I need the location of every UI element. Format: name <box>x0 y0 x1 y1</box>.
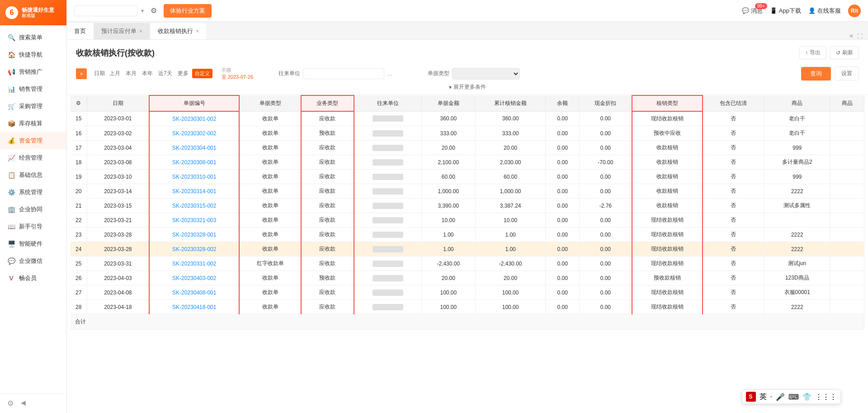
app-download-btn[interactable]: 📱 App下载 <box>770 7 801 15</box>
ime-icon-3[interactable]: 🎤 <box>776 393 785 401</box>
voucher-type-select[interactable] <box>452 68 520 80</box>
sidebar-item-sales[interactable]: 📊 销售管理 <box>0 81 66 98</box>
voucher-link[interactable]: SK-20230403-002 <box>172 275 216 281</box>
this-year-btn[interactable]: 本年 <box>140 69 155 78</box>
query-btn[interactable]: 查询 <box>801 67 831 81</box>
sidebar-item-search[interactable]: 🔍 搜索菜单 <box>0 29 66 46</box>
ime-icon-5[interactable]: 👕 <box>802 393 811 401</box>
search-input[interactable] <box>74 5 137 16</box>
table-cell[interactable]: SK-20230331-002 <box>149 256 239 271</box>
sidebar: 6 畅捷通好生意 标准版 🔍 搜索菜单 🏠 快捷导航 📢 营销推广 📊 销售管理… <box>0 0 67 413</box>
export-btn[interactable]: ↑ 导出 <box>799 46 826 59</box>
ime-icon-1[interactable]: 英 <box>760 392 767 402</box>
table-cell[interactable]: SK-20230403-002 <box>149 271 239 285</box>
user-avatar[interactable]: Rit <box>848 5 861 17</box>
filter-date: 日期 上月 本月 本年 近7天 更多 自定义 <box>94 69 212 78</box>
close-window-icon[interactable]: ✕ <box>849 33 854 39</box>
sidebar-item-member[interactable]: V 畅会员 <box>0 270 66 287</box>
this-month-btn[interactable]: 本月 <box>124 69 138 78</box>
table-cell: ████████ <box>354 141 421 155</box>
table-cell[interactable]: SK-20230304-001 <box>149 141 239 155</box>
tab-collection[interactable]: 收款核销执行 × <box>151 23 206 39</box>
sidebar-item-basics[interactable]: 📋 基础信息 <box>0 166 66 184</box>
col-settings-icon[interactable]: ⚙ <box>76 100 81 106</box>
collapse-icon[interactable]: ◀ <box>21 399 26 408</box>
table-cell: 15 <box>71 111 87 126</box>
table-cell: 2222 <box>764 242 830 256</box>
table-cell: 2023-03-10 <box>87 170 149 184</box>
col-cumulative: 累计核销金额 <box>476 95 546 111</box>
prev-month-btn[interactable]: 上月 <box>108 69 122 78</box>
table-cell[interactable]: SK-20230314-001 <box>149 184 239 199</box>
voucher-link[interactable]: SK-20230328-002 <box>172 246 216 252</box>
ime-icon-6[interactable]: ⋮⋮⋮ <box>815 393 837 401</box>
sidebar-item-ops[interactable]: 📈 经营管理 <box>0 149 66 166</box>
industry-btn[interactable]: 体验行业方案 <box>164 4 212 18</box>
table-cell: 应收款 <box>301 111 354 126</box>
expand-conditions-btn[interactable]: ▾ 展开更多条件 <box>449 83 486 91</box>
voucher-link[interactable]: SK-20230331-002 <box>172 261 216 267</box>
voucher-link[interactable]: SK-20230301-002 <box>172 116 216 122</box>
table-cell: 20.00 <box>421 271 476 285</box>
sidebar-item-corp[interactable]: 🏢 企业协同 <box>0 201 66 218</box>
table-cell: 否 <box>703 155 764 170</box>
more-btn[interactable]: 更多 <box>176 69 190 78</box>
voucher-link[interactable]: SK-20230314-001 <box>172 188 216 195</box>
tab-pending-close-icon[interactable]: × <box>139 28 142 34</box>
tab-home[interactable]: 首页 <box>67 23 93 39</box>
refresh-btn[interactable]: ↺ 刷新 <box>830 46 859 59</box>
voucher-link[interactable]: SK-20230418-001 <box>172 304 216 310</box>
table-cell <box>830 256 864 271</box>
settings-bottom-icon[interactable]: ⚙ <box>7 399 14 408</box>
table-cell: 1.00 <box>421 228 476 242</box>
support-icon: 👤 <box>808 7 816 14</box>
sales-icon: 📊 <box>7 85 15 93</box>
table-cell[interactable]: SK-20230308-001 <box>149 155 239 170</box>
ime-icon-4[interactable]: ⌨ <box>788 393 799 401</box>
voucher-link[interactable]: SK-20230321-003 <box>172 217 216 223</box>
sidebar-item-funds[interactable]: 💰 资金管理 <box>0 132 66 149</box>
table-cell[interactable]: SK-20230408-001 <box>149 285 239 300</box>
voucher-link[interactable]: SK-20230302-002 <box>172 130 216 137</box>
sidebar-item-marketing[interactable]: 📢 营销推广 <box>0 63 66 81</box>
table-cell[interactable]: SK-20230302-002 <box>149 126 239 141</box>
voucher-link[interactable]: SK-20230408-001 <box>172 290 216 296</box>
table-cell: 2023-03-21 <box>87 213 149 228</box>
table-cell[interactable]: SK-20230321-003 <box>149 213 239 228</box>
sidebar-item-wechat[interactable]: 💬 企业微信 <box>0 252 66 270</box>
table-cell: 20.00 <box>476 271 546 285</box>
message-btn[interactable]: 💬 消息 99+ <box>742 7 763 15</box>
ime-icon-2[interactable]: · <box>770 393 772 401</box>
fullscreen-icon[interactable]: ⛶ <box>857 33 863 39</box>
sidebar-item-purchase[interactable]: 🛒 采购管理 <box>0 98 66 115</box>
custom-btn[interactable]: 自定义 <box>192 69 212 78</box>
table-cell[interactable]: SK-20230310-001 <box>149 170 239 184</box>
voucher-link[interactable]: SK-20230310-001 <box>172 174 216 180</box>
topbar-gear-icon[interactable]: ⚙ <box>147 5 160 17</box>
col-settings[interactable]: ⚙ <box>71 95 87 111</box>
partner-input[interactable] <box>303 68 384 79</box>
settings-btn[interactable]: 设置 <box>835 66 859 81</box>
tab-collection-label: 收款核销执行 <box>158 27 193 35</box>
tab-pending[interactable]: 预计应应付单 × <box>94 23 150 39</box>
tab-collection-close-icon[interactable]: × <box>196 28 199 34</box>
sidebar-item-hardware[interactable]: 🖥️ 智能硬件 <box>0 235 66 252</box>
online-support-btn[interactable]: 👤 在线客服 <box>808 7 841 15</box>
recent7-btn[interactable]: 近7天 <box>156 69 174 78</box>
table-cell: -2.76 <box>580 199 632 213</box>
sidebar-item-system[interactable]: ⚙️ 系统管理 <box>0 184 66 201</box>
voucher-link[interactable]: SK-20230328-001 <box>172 232 216 238</box>
sidebar-item-guide[interactable]: 📖 新手引导 <box>0 218 66 235</box>
sidebar-item-quick[interactable]: 🏠 快捷导航 <box>0 46 66 63</box>
voucher-link[interactable]: SK-20230308-001 <box>172 159 216 166</box>
voucher-link[interactable]: SK-20230304-001 <box>172 145 216 151</box>
table-row: 242023-03-28SK-20230328-002收款单应收款███████… <box>71 242 864 256</box>
voucher-link[interactable]: SK-20230315-002 <box>172 203 216 209</box>
table-cell[interactable]: SK-20230328-001 <box>149 228 239 242</box>
filter-toggle-btn[interactable]: » <box>76 68 87 79</box>
sidebar-item-inventory[interactable]: 📦 库存核算 <box>0 115 66 132</box>
table-cell[interactable]: SK-20230301-002 <box>149 111 239 126</box>
table-cell[interactable]: SK-20230328-002 <box>149 242 239 256</box>
table-cell[interactable]: SK-20230418-001 <box>149 300 239 314</box>
table-cell[interactable]: SK-20230315-002 <box>149 199 239 213</box>
